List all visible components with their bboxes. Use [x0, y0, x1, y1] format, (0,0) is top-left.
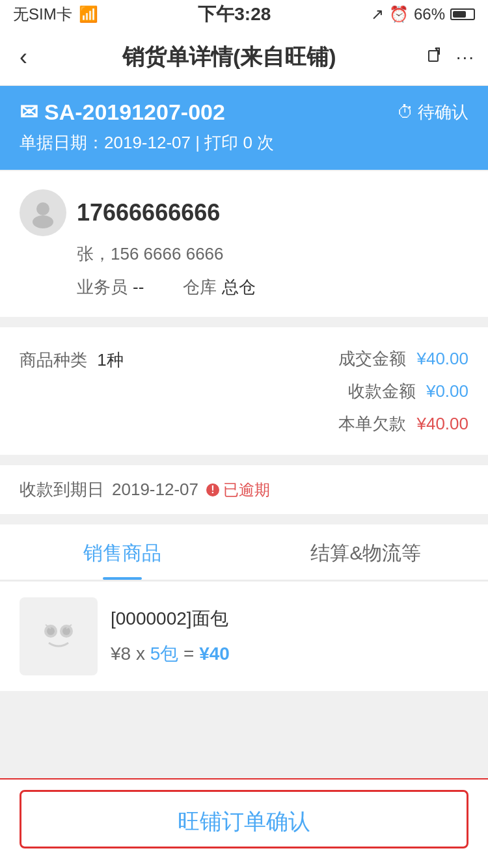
price-text: ¥8 x — [111, 644, 150, 664]
order-header: ✉ SA-20191207-002 ⏱ 待确认 单据日期：2019-12-07 … — [0, 86, 488, 170]
share-icon[interactable] — [425, 44, 446, 70]
svg-rect-0 — [429, 51, 438, 61]
amount-row-0: 成交金额 ¥40.00 — [338, 343, 468, 374]
battery-fill — [453, 11, 466, 18]
confirm-order-button[interactable]: 旺铺订单确认 — [20, 790, 468, 848]
status-left: 无SIM卡 📶 — [13, 4, 98, 25]
price-total: ¥40 — [199, 644, 230, 664]
tabs-bar: 销售商品 结算&物流等 — [0, 524, 488, 580]
battery-text: 66% — [414, 5, 445, 23]
sales-rep: 业务员 -- — [77, 276, 144, 299]
carrier-text: 无SIM卡 — [13, 4, 72, 25]
back-button[interactable]: ‹ — [13, 37, 34, 77]
status-time: 下午3:28 — [198, 2, 271, 27]
price-equals: = — [178, 644, 199, 664]
order-id: ✉ SA-20191207-002 — [20, 99, 225, 125]
due-date-card: 收款到期日 2019-12-07 ! 已逾期 — [0, 465, 488, 514]
svg-point-2 — [33, 215, 53, 228]
amount-value-1: ¥0.00 — [426, 375, 468, 407]
product-price: ¥8 x 5包 = ¥40 — [111, 642, 468, 666]
tab-settlement-logistics[interactable]: 结算&物流等 — [244, 524, 488, 580]
customer-meta: 业务员 -- 仓库 总仓 — [77, 276, 468, 299]
location-icon: ↗ — [371, 5, 384, 23]
customer-card: 17666666666 张，156 6666 6666 业务员 -- 仓库 总仓 — [0, 171, 488, 317]
product-types: 商品种类 1种 — [20, 343, 124, 377]
warehouse-label: 仓库 — [183, 276, 217, 299]
more-icon[interactable]: ··· — [456, 47, 475, 68]
product-info: [0000002]面包 ¥8 x 5包 = ¥40 — [111, 606, 468, 666]
customer-row: 17666666666 — [20, 189, 468, 236]
wifi-icon: 📶 — [79, 5, 98, 23]
customer-name: 张，156 6666 6666 — [77, 243, 468, 265]
due-date-value: 2019-12-07 — [112, 480, 198, 500]
svg-point-1 — [36, 202, 49, 215]
nav-bar: ‹ 销货单详情(来自旺铺) ··· — [0, 29, 488, 86]
product-types-value: 1种 — [97, 350, 123, 370]
tab-sales-products[interactable]: 销售商品 — [0, 524, 244, 580]
status-right: ↗ ⏰ 66% — [371, 5, 475, 23]
price-qty: 5包 — [150, 644, 179, 664]
overdue-text: 已逾期 — [223, 480, 270, 500]
order-id-text: SA-20191207-002 — [44, 100, 225, 125]
amount-row-2: 本单欠款 ¥40.00 — [338, 408, 468, 439]
avatar — [20, 189, 66, 236]
order-date: 单据日期：2019-12-07 | 打印 0 次 — [20, 131, 468, 154]
amount-value-2: ¥40.00 — [416, 408, 468, 439]
amount-label-2: 本单欠款 — [338, 408, 406, 439]
summary-right: 成交金额 ¥40.00 收款金额 ¥0.00 本单欠款 ¥40.00 — [338, 343, 468, 439]
amount-value-0: ¥40.00 — [416, 343, 468, 374]
product-types-label: 商品种类 — [20, 350, 87, 370]
amount-row-1: 收款金额 ¥0.00 — [348, 375, 468, 407]
summary-card: 商品种类 1种 成交金额 ¥40.00 收款金额 ¥0.00 本单欠款 ¥40.… — [0, 327, 488, 455]
status-text: 待确认 — [418, 101, 468, 124]
customer-phone: 17666666666 — [77, 199, 220, 226]
status-bar: 无SIM卡 📶 下午3:28 ↗ ⏰ 66% — [0, 0, 488, 29]
order-status: ⏱ 待确认 — [397, 101, 468, 124]
warehouse-value: 总仓 — [222, 276, 256, 299]
product-card: [0000002]面包 ¥8 x 5包 = ¥40 — [0, 582, 488, 691]
product-name: [0000002]面包 — [111, 606, 468, 631]
amount-label-1: 收款金额 — [348, 375, 416, 407]
alarm-icon: ⏰ — [389, 5, 409, 23]
warehouse: 仓库 总仓 — [183, 276, 256, 299]
overdue-dot-icon: ! — [206, 483, 219, 496]
amount-label-0: 成交金额 — [338, 343, 406, 374]
confirm-button-wrap: 旺铺订单确认 — [0, 778, 488, 868]
sales-rep-value: -- — [133, 277, 144, 297]
due-date-label: 收款到期日 — [20, 478, 104, 501]
product-thumbnail — [20, 597, 98, 675]
battery-bar — [450, 8, 475, 20]
sales-rep-label: 业务员 — [77, 276, 128, 299]
nav-actions: ··· — [425, 44, 475, 70]
order-id-row: ✉ SA-20191207-002 ⏱ 待确认 — [20, 99, 468, 125]
order-icon: ✉ — [20, 99, 38, 125]
overdue-badge: ! 已逾期 — [206, 480, 270, 500]
status-clock-icon: ⏱ — [397, 102, 414, 122]
page-title: 销货单详情(来自旺铺) — [122, 42, 336, 72]
summary-left: 商品种类 1种 — [20, 343, 124, 377]
